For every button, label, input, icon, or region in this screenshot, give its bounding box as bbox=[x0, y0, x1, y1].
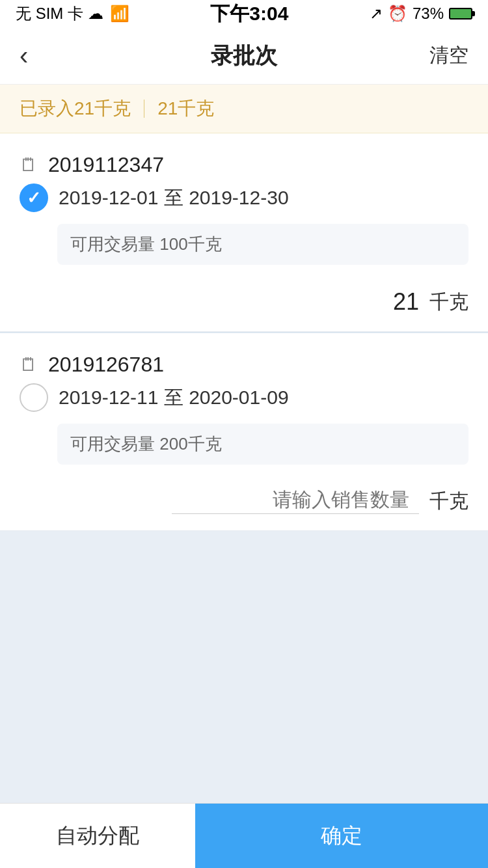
wifi-icon: 📶 bbox=[110, 5, 129, 23]
battery-icon bbox=[449, 8, 472, 20]
batch-1-availability: 可用交易量 100千克 bbox=[57, 224, 468, 265]
batch-2-availability: 可用交易量 200千克 bbox=[57, 424, 468, 465]
batch-2-radio[interactable] bbox=[20, 383, 48, 412]
back-button[interactable]: ‹ bbox=[20, 41, 59, 70]
batch-1-date-row[interactable]: ✓ 2019-12-01 至 2019-12-30 bbox=[0, 183, 488, 220]
alarm-icon: ⏰ bbox=[388, 5, 407, 23]
empty-area bbox=[0, 531, 488, 817]
entered-value: 21千克 bbox=[157, 96, 214, 121]
batch-1-header: 🗒 2019112347 bbox=[0, 133, 488, 183]
batch-1-radio[interactable]: ✓ bbox=[20, 183, 48, 212]
batch-1-quantity-row: 21 千克 bbox=[0, 277, 488, 332]
batch-2-quantity-row: 千克 bbox=[0, 476, 488, 531]
clear-button[interactable]: 清空 bbox=[429, 42, 468, 69]
battery-percent: 73% bbox=[413, 5, 444, 23]
batch-card-1: 🗒 2019112347 ✓ 2019-12-01 至 2019-12-30 可… bbox=[0, 133, 488, 332]
auto-distribute-button[interactable]: 自动分配 bbox=[0, 804, 195, 868]
banner-divider bbox=[144, 100, 144, 118]
batch-card-2: 🗒 2019126781 2019-12-11 至 2020-01-09 可用交… bbox=[0, 333, 488, 531]
bottom-bar: 自动分配 确定 bbox=[0, 803, 488, 868]
batch-2-header: 🗒 2019126781 bbox=[0, 333, 488, 383]
quantity-input-wrapper[interactable] bbox=[172, 489, 419, 514]
location-icon: ↗ bbox=[370, 5, 383, 23]
status-time: 下午3:04 bbox=[210, 1, 288, 27]
status-left: 无 SIM 卡 ☁ 📶 bbox=[16, 3, 129, 24]
status-right: ↗ ⏰ 73% bbox=[370, 5, 472, 23]
batch-1-unit: 千克 bbox=[429, 289, 468, 316]
quantity-input[interactable] bbox=[172, 489, 419, 511]
page-title: 录批次 bbox=[211, 41, 277, 71]
info-banner: 已录入21千克 21千克 bbox=[0, 85, 488, 133]
batch-2-date: 2019-12-11 至 2020-01-09 bbox=[59, 385, 289, 411]
batch-1-date: 2019-12-01 至 2019-12-30 bbox=[59, 185, 289, 211]
entered-label: 已录入21千克 bbox=[20, 96, 131, 121]
sim-label: 无 SIM 卡 ☁ bbox=[16, 3, 103, 24]
confirm-button[interactable]: 确定 bbox=[195, 804, 488, 868]
batch-1-id: 2019112347 bbox=[48, 153, 164, 177]
batch-2-unit: 千克 bbox=[429, 488, 468, 515]
nav-bar: ‹ 录批次 清空 bbox=[0, 27, 488, 85]
doc-icon-2: 🗒 bbox=[20, 354, 38, 375]
doc-icon-1: 🗒 bbox=[20, 154, 38, 176]
batch-2-id: 2019126781 bbox=[48, 353, 164, 377]
batch-2-date-row[interactable]: 2019-12-11 至 2020-01-09 bbox=[0, 383, 488, 420]
check-mark-1: ✓ bbox=[27, 188, 41, 208]
status-bar: 无 SIM 卡 ☁ 📶 下午3:04 ↗ ⏰ 73% bbox=[0, 0, 488, 27]
batch-1-quantity-value: 21 bbox=[393, 288, 419, 316]
